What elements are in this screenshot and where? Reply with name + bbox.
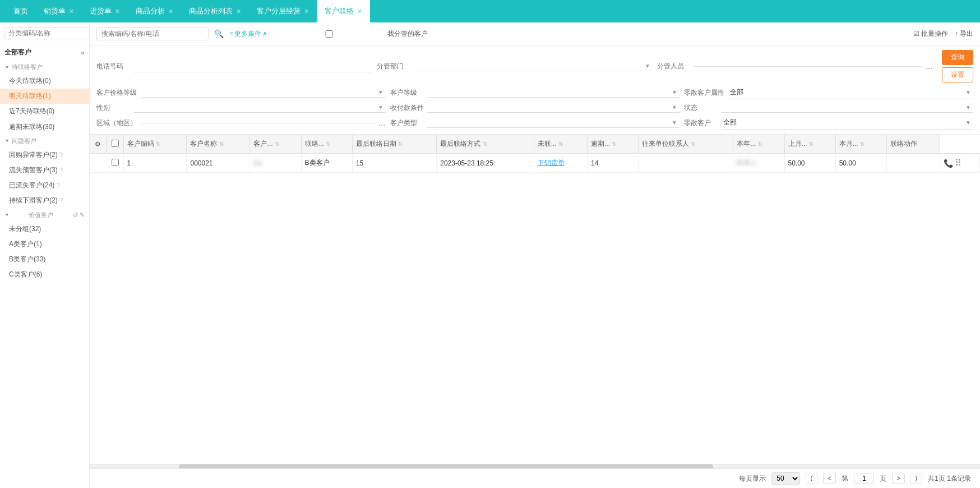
select-all-checkbox[interactable] [112, 140, 119, 147]
region-dots[interactable]: … [378, 118, 386, 127]
footer: 每页显示 50 100 ⟨ < 第 页 > ⟩ 共1页 1条记录 [90, 468, 980, 488]
sidebar-item-churn-warning[interactable]: 流失预警客户(3) ? [0, 163, 89, 178]
nav-customer-tier[interactable]: 客户分层经营 ✕ [249, 0, 317, 22]
prev-page-button[interactable]: < [823, 473, 836, 484]
sidebar-item-abnormal[interactable]: 回购异常客户(2) ? [0, 148, 89, 163]
last-page-button[interactable]: ⟩ [910, 473, 922, 484]
table-body: 1 000021 Ea B类客户 15 2023-05-23 18:25: 下销… [90, 154, 980, 173]
customer-type-select[interactable]: ▼ [427, 118, 679, 128]
th-contact[interactable]: 联络... ⇅ [301, 135, 352, 154]
page-suffix-label: 页 [880, 474, 886, 484]
filter-panel: 电话号码 分管部门 ▼ 分管人员 … 查询 设置 [90, 45, 980, 135]
payment-select[interactable]: ▼ [427, 103, 679, 113]
next-page-button[interactable]: > [892, 473, 905, 484]
page-number-input[interactable] [854, 473, 874, 484]
nav-home[interactable]: 首页 [6, 0, 36, 22]
th-this-year[interactable]: 本年... ⇅ [733, 135, 784, 154]
row-settings-0[interactable] [90, 154, 107, 173]
nav-product-analysis-list[interactable]: 商品分析列表 ✕ [181, 0, 249, 22]
sort-icon-contact: ⇅ [326, 141, 330, 147]
th-uncontacted[interactable]: 未联... ⇅ [534, 135, 587, 154]
retail-attr-caret: ▼ [965, 89, 971, 95]
more-conditions-button[interactable]: ≡ 更多条件 ∧ [229, 29, 267, 39]
th-company-contact[interactable]: 往来单位联系人 ⇅ [639, 135, 733, 154]
batch-op-button[interactable]: ☑ 批量操作 [913, 29, 948, 39]
th-last-month[interactable]: 上月... ⇅ [784, 135, 835, 154]
sidebar-search-input[interactable] [4, 27, 90, 39]
th-settings[interactable]: ⚙ [90, 135, 107, 154]
nav-product-analysis[interactable]: 商品分析 ✕ [128, 0, 181, 22]
manager-label: 分管人员 [657, 62, 691, 71]
top-nav: 首页 销货单 ✕ 进货单 ✕ 商品分析 ✕ 商品分析列表 ✕ 客户分层经营 ✕ … [0, 0, 980, 22]
nav-product-analysis-close[interactable]: ✕ [168, 8, 173, 15]
sidebar-item-declining[interactable]: 持续下滑客户(2) ? [0, 193, 89, 208]
th-code[interactable]: 客户编码 ⇅ [123, 135, 187, 154]
dept-caret-icon: ▼ [645, 63, 650, 69]
all-customers-header[interactable]: 全部客户 « [0, 44, 89, 61]
sidebar-item-unclassified[interactable]: 未分组(32) [0, 222, 89, 237]
per-page-select[interactable]: 50 100 [771, 472, 800, 485]
row-last-month-0: 50.00 [835, 154, 886, 173]
status-select[interactable]: ▼ [721, 103, 973, 113]
row-checkbox-0[interactable] [112, 159, 119, 166]
sidebar-item-overdue-contact[interactable]: 逾期未联络(30) [0, 119, 89, 135]
row-last-date-0: 2023-05-23 18:25: [437, 154, 534, 173]
nav-sales[interactable]: 销货单 ✕ [36, 0, 82, 22]
collapse-icon: « [81, 49, 85, 57]
my-customers-checkbox[interactable] [273, 30, 385, 38]
settings-button[interactable]: 设置 [942, 67, 973, 82]
sidebar-item-tomorrow-contact[interactable]: 明天待联络(1) [0, 89, 89, 104]
th-this-month[interactable]: 本月... ⇅ [835, 135, 886, 154]
payment-caret: ▼ [672, 104, 677, 111]
filter-row-4: 区域（地区） … 客户类型 ▼ 零散客户 全部 ▼ [96, 116, 973, 130]
sidebar-item-class-b[interactable]: B类客户(33) [0, 252, 89, 267]
nav-customer-contact[interactable]: 客户联络 ✕ [317, 0, 370, 22]
manager-dots[interactable]: … [925, 62, 933, 71]
row-last-method-0[interactable]: 下销货单 [534, 154, 587, 173]
nav-sales-close[interactable]: ✕ [69, 8, 74, 15]
price-level-select[interactable]: ▼ [140, 88, 386, 98]
more-action-icon-0[interactable]: ⠿ [955, 158, 961, 168]
sort-icon-code: ⇅ [156, 141, 160, 147]
nav-purchase-close[interactable]: ✕ [115, 8, 120, 15]
row-check-0[interactable] [107, 154, 123, 173]
nav-purchase[interactable]: 进货单 ✕ [82, 0, 128, 22]
dept-select[interactable]: ▼ [414, 61, 653, 71]
nav-customer-tier-close[interactable]: ✕ [304, 8, 309, 15]
nav-customer-contact-close[interactable]: ✕ [357, 8, 362, 15]
th-type[interactable]: 客户... ⇅ [250, 135, 301, 154]
retail-customer-select[interactable]: 全部 ▼ [721, 116, 973, 130]
customer-table: ⚙ 客户编码 ⇅ 客户名称 ⇅ 客户... [90, 135, 980, 173]
sidebar-item-class-c[interactable]: C类客户(6) [0, 267, 89, 282]
th-name[interactable]: 客户名称 ⇅ [187, 135, 250, 154]
manager-input[interactable] [694, 66, 922, 67]
phone-input[interactable] [133, 61, 372, 72]
search-button[interactable]: 🔍 [214, 29, 224, 38]
th-last-method[interactable]: 最后联络方式 ⇅ [437, 135, 534, 154]
customer-level-select[interactable]: ▼ [427, 88, 679, 98]
refresh-icon[interactable]: ↺ [73, 211, 78, 219]
nav-product-analysis-list-close[interactable]: ✕ [236, 8, 241, 15]
export-button[interactable]: ↑ 导出 [955, 29, 973, 39]
gender-select[interactable]: ▼ [133, 103, 386, 113]
horizontal-scroll[interactable] [90, 464, 980, 468]
sidebar-item-today-contact[interactable]: 今天待联络(0) [0, 73, 89, 89]
sidebar-item-7day-contact[interactable]: 近7天待联络(0) [0, 104, 89, 119]
filter-payment: 收付款条件 ▼ [390, 103, 679, 113]
my-customers-checkbox-label: 我分管的客户 [273, 29, 428, 39]
query-button[interactable]: 查询 [942, 50, 973, 65]
sidebar-item-churned[interactable]: 已流失客户(24) ? [0, 178, 89, 193]
retail-attr-select[interactable]: 全部 ▼ [728, 86, 973, 99]
row-company-contact-0: 联系人 [733, 154, 784, 173]
sidebar-item-class-a[interactable]: A类客户(1) [0, 237, 89, 252]
first-page-button[interactable]: ⟨ [806, 473, 817, 484]
edit-icon[interactable]: ✎ [80, 211, 85, 219]
region-input[interactable] [140, 123, 375, 123]
th-last-date[interactable]: 最后联络日期 ⇅ [352, 135, 436, 154]
search-input[interactable] [96, 27, 209, 40]
th-overdue[interactable]: 逾期... ⇅ [588, 135, 639, 154]
filter-phone: 电话号码 [96, 61, 372, 72]
table-area: ⚙ 客户编码 ⇅ 客户名称 ⇅ 客户... [90, 135, 980, 464]
pending-group-label: 待联络客户 [0, 61, 89, 73]
contact-action-icon-0[interactable]: 📞 [944, 159, 953, 168]
